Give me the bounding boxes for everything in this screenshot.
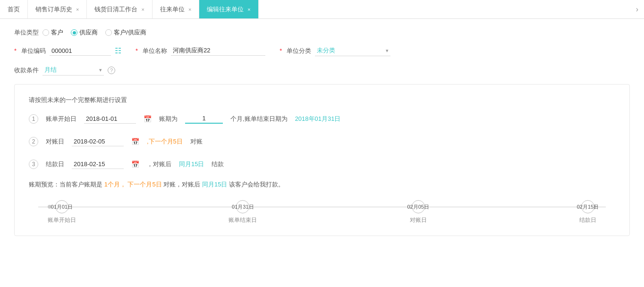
- period-suffix: 个月,账单结束日期为: [230, 115, 288, 123]
- payment-terms-field: 收款条件 月结 ▾ ?: [14, 65, 115, 76]
- timeline-node-1: 01月01日 账单开始日: [48, 200, 76, 224]
- unit-name-label: 单位名称: [143, 47, 167, 55]
- payment-terms-row: 收款条件 月结 ▾ ?: [14, 65, 630, 76]
- unit-category-value: 未分类: [317, 46, 384, 55]
- payment-suffix-teal: 同月15日: [179, 160, 204, 169]
- preview-teal: 同月15日: [202, 181, 227, 188]
- radio-customer[interactable]: 客户: [42, 28, 63, 37]
- unit-code-star: *: [14, 47, 17, 54]
- setting-label-3: 结款日: [46, 160, 64, 169]
- payment-terms-label: 收款条件: [14, 66, 39, 75]
- help-icon[interactable]: ?: [108, 67, 115, 74]
- node-label-1: 账单开始日: [48, 216, 76, 224]
- unit-name-field: * 单位名称: [136, 46, 265, 56]
- tabs-bar: 首页 销售订单历史 × 钱货日清工作台 × 往来单位 × 编辑往来单位 × ›: [0, 0, 644, 19]
- setting-num-3: 3: [29, 160, 38, 169]
- unit-code-input[interactable]: [50, 46, 111, 56]
- setting-row-1: 1 账单开始日 📅 账期为 个月,账单结束日期为 2018年01月31日: [29, 114, 615, 124]
- timeline-node-3: 02月05日 对账日: [410, 200, 427, 224]
- tab-edit-label: 编辑往来单位: [207, 5, 244, 14]
- payment-date-input[interactable]: [72, 160, 124, 169]
- panel-title: 请按照未来的一个完整帐期进行设置: [29, 96, 615, 104]
- unit-type-radio-group: 客户 供应商 客户/供应商: [42, 28, 146, 37]
- preview-orange2: 下一个月5日: [127, 181, 161, 188]
- tab-edit-partner[interactable]: 编辑往来单位 ×: [199, 0, 258, 18]
- tab-home[interactable]: 首页: [0, 0, 28, 18]
- unit-category-arrow-icon: ▾: [386, 48, 389, 54]
- tab-sales-order-history[interactable]: 销售订单历史 ×: [28, 0, 87, 18]
- tab-cash-work[interactable]: 钱货日清工作台 ×: [87, 0, 152, 18]
- unit-code-label: 单位编码: [21, 47, 46, 55]
- unit-name-input[interactable]: [171, 46, 265, 56]
- node-label-2: 账单结束日: [229, 216, 257, 224]
- period-end-date: 2018年01月31日: [295, 115, 341, 123]
- tab-sales-label: 销售订单历史: [35, 5, 72, 14]
- node-marker-4: 02月15日: [581, 200, 594, 213]
- unit-category-field: * 单位分类 未分类 ▾: [280, 45, 390, 56]
- unit-category-dropdown[interactable]: 未分类 ▾: [315, 45, 390, 56]
- node-marker-2: 01月31日: [236, 200, 249, 213]
- preview-prefix: 账期预览：当前客户账期是: [29, 181, 102, 188]
- setting-label-2: 对账日: [46, 137, 64, 146]
- tab-cash-close[interactable]: ×: [141, 7, 144, 12]
- unit-code-copy-icon[interactable]: ☷: [115, 46, 121, 55]
- reconcile-suffix-orange: ,下一个月5日: [147, 137, 183, 146]
- timeline-nodes: 01月01日 账单开始日 01月31日 账单结束日 02月05日 对账日 02月…: [48, 200, 596, 224]
- tab-sales-close[interactable]: ×: [76, 7, 79, 12]
- period-prefix: 账期为: [159, 115, 178, 123]
- radio-supplier[interactable]: 供应商: [71, 28, 98, 37]
- tab-cash-label: 钱货日清工作台: [94, 5, 137, 14]
- node-label-4: 结款日: [579, 216, 596, 224]
- main-content: 单位类型 客户 供应商 客户/供应商 * 单位编码: [0, 19, 644, 287]
- radio-both-circle: [105, 29, 112, 36]
- node-label-3: 对账日: [410, 216, 427, 224]
- unit-name-star: *: [136, 47, 138, 54]
- unit-type-label: 单位类型: [14, 28, 39, 37]
- unit-type-field: 单位类型 客户 供应商 客户/供应商: [14, 28, 146, 37]
- preview-end: 该客户会给我打款。: [229, 181, 284, 188]
- timeline-container: 01月01日 账单开始日 01月31日 账单结束日 02月05日 对账日 02月…: [29, 200, 615, 224]
- timeline-node-4: 02月15日 结款日: [579, 200, 596, 224]
- radio-both-label: 客户/供应商: [114, 28, 146, 37]
- payment-suffix-text: 结款: [212, 160, 224, 169]
- radio-supplier-circle: [71, 29, 77, 36]
- start-date-calendar-icon[interactable]: 📅: [144, 115, 152, 123]
- payment-terms-value: 月结: [44, 66, 97, 74]
- setting-row-2: 2 对账日 📅 ,下一个月5日 对账: [29, 137, 615, 146]
- node-marker-3: 02月05日: [412, 200, 425, 213]
- timeline-node-2: 01月31日 账单结束日: [229, 200, 257, 224]
- tab-partner-close[interactable]: ×: [188, 7, 191, 12]
- radio-supplier-label: 供应商: [79, 28, 98, 37]
- tab-partner-label: 往来单位: [160, 5, 185, 14]
- setting-row-3: 3 结款日 📅 ，对账后 同月15日 结款: [29, 160, 615, 169]
- tab-expand-icon[interactable]: ›: [630, 5, 644, 14]
- start-date-input[interactable]: [84, 114, 136, 124]
- unit-code-field: * 单位编码 ☷: [14, 46, 121, 56]
- preview-orange1: 1个月，: [104, 181, 126, 188]
- unit-type-row: 单位类型 客户 供应商 客户/供应商: [14, 28, 630, 37]
- radio-customer-circle: [42, 29, 49, 36]
- payment-date-calendar-icon[interactable]: 📅: [131, 160, 139, 168]
- tab-edit-close[interactable]: ×: [247, 7, 250, 12]
- radio-both[interactable]: 客户/供应商: [105, 28, 146, 37]
- setting-num-2: 2: [29, 137, 38, 146]
- tab-home-label: 首页: [8, 5, 20, 14]
- radio-customer-label: 客户: [51, 28, 63, 37]
- unit-cat-star: *: [280, 47, 282, 54]
- reconcile-suffix-text: 对账: [190, 137, 203, 146]
- setting-label-1: 账单开始日: [46, 115, 76, 123]
- period-input[interactable]: [185, 114, 223, 124]
- preview-middle: 对账，对账后: [163, 181, 200, 188]
- reconcile-date-calendar-icon[interactable]: 📅: [131, 138, 139, 145]
- tab-partner-unit[interactable]: 往来单位 ×: [153, 0, 199, 18]
- preview-text: 账期预览：当前客户账期是 1个月， 下一个月5日 对账，对账后 同月15日 该客…: [29, 180, 615, 189]
- unit-category-label: 单位分类: [287, 47, 311, 55]
- reconcile-date-input[interactable]: [72, 137, 124, 146]
- node-marker-1: 01月01日: [55, 200, 68, 213]
- payment-terms-arrow-icon: ▾: [99, 67, 102, 73]
- payment-terms-dropdown[interactable]: 月结 ▾: [42, 65, 104, 76]
- unit-info-row: * 单位编码 ☷ * 单位名称 * 单位分类 未分类 ▾: [14, 45, 630, 56]
- settings-panel: 请按照未来的一个完整帐期进行设置 1 账单开始日 📅 账期为 个月,账单结束日期…: [14, 84, 630, 236]
- payment-prefix: ，对账后: [147, 160, 171, 169]
- setting-num-1: 1: [29, 114, 38, 124]
